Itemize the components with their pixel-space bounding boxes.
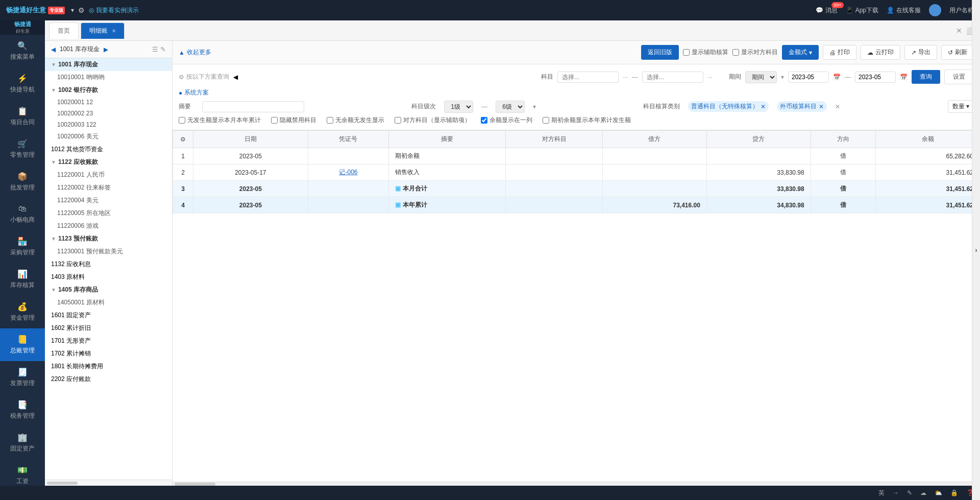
tree-node-10020003[interactable]: 10020003 122: [45, 119, 172, 130]
status-lock[interactable]: 🔒: [950, 489, 958, 496]
sidebar-item-ecommerce[interactable]: 🛍 小畅电商: [0, 198, 45, 230]
period-mode-select[interactable]: 期间: [745, 71, 777, 83]
tree-node-11220006[interactable]: 11220006 游戏: [45, 220, 172, 232]
check-hide-disabled[interactable]: 隐藏禁用科目: [271, 116, 316, 125]
tree-node-1403[interactable]: 1403 原材料: [45, 271, 172, 283]
status-arrow[interactable]: →: [893, 489, 899, 496]
tree-node-10020001[interactable]: 10020001 12: [45, 97, 172, 108]
sidebar-item-purchase[interactable]: 🏪 采购管理: [0, 230, 45, 263]
check-opening-balance-input[interactable]: [543, 117, 549, 124]
col-gear[interactable]: ⚙: [173, 131, 193, 148]
tree-node-1601[interactable]: 1601 固定资产: [45, 309, 172, 322]
table-scrollbar-h[interactable]: [173, 482, 980, 486]
next-account-button[interactable]: ▶: [104, 46, 108, 53]
company-dropdown[interactable]: ▾: [71, 7, 74, 14]
tree-list-icon[interactable]: ☰: [152, 45, 158, 53]
check-no-balance[interactable]: 无发生额显示本月本年累计: [179, 116, 261, 125]
tree-node-1002[interactable]: ▼ 1002 银行存款: [45, 84, 172, 97]
tree-edit-icon[interactable]: ✎: [160, 45, 166, 53]
tree-node-11220005[interactable]: 11220005 所在地区: [45, 207, 172, 220]
status-cloud[interactable]: ☁: [920, 489, 926, 496]
print-button[interactable]: 🖨 打印: [823, 45, 856, 60]
tree-scrollbar[interactable]: [45, 480, 172, 486]
subject-level-end-select[interactable]: 6级: [496, 101, 525, 113]
quantity-button[interactable]: 数量 ▾: [948, 100, 974, 113]
format-button[interactable]: 金额式 ▾: [782, 45, 819, 60]
tree-node-1132[interactable]: 1132 应收利息: [45, 258, 172, 271]
expand-filter-button[interactable]: ▲ 收起更多: [179, 48, 211, 57]
check-opposite-input[interactable]: [395, 117, 401, 124]
tree-node-1001[interactable]: ▼ 1001 库存现金: [45, 58, 172, 71]
tree-node-14050001[interactable]: 14050001 原材料: [45, 296, 172, 309]
prev-account-button[interactable]: ◀: [51, 46, 56, 53]
filter-tag-normal-close[interactable]: ✕: [761, 103, 766, 110]
app-download-button[interactable]: 📱 App下载: [846, 6, 878, 15]
check-hide-disabled-input[interactable]: [271, 117, 278, 124]
tab-detail[interactable]: 明细账 ✕: [81, 22, 125, 39]
gear-icon[interactable]: ⚙: [180, 136, 186, 143]
period-end-input[interactable]: [855, 72, 896, 83]
sidebar-item-project[interactable]: 📋 项目合同: [0, 100, 45, 133]
tree-node-11220004[interactable]: 11220004 美元: [45, 194, 172, 207]
tree-node-2202[interactable]: 2202 应付账款: [45, 373, 172, 386]
subject-input-end[interactable]: [642, 72, 703, 83]
status-cloud2[interactable]: ⛅: [935, 489, 942, 496]
demo-link[interactable]: ◎ 我要看实例演示: [89, 6, 139, 15]
sidebar-item-invoice[interactable]: 🧾 发票管理: [0, 361, 45, 394]
tree-node-1801[interactable]: 1801 长期待摊费用: [45, 360, 172, 373]
tree-node-1702[interactable]: 1702 累计摊销: [45, 347, 172, 360]
return-old-button[interactable]: 返回旧版: [641, 45, 679, 60]
sidebar-item-general[interactable]: 📒 总账管理: [0, 328, 45, 361]
check-no-balance-show-input[interactable]: [327, 117, 333, 124]
tree-node-1405[interactable]: ▼ 1405 库存商品: [45, 283, 172, 296]
status-lang[interactable]: 英: [878, 489, 885, 497]
check-no-balance-input[interactable]: [179, 117, 185, 124]
status-edit[interactable]: ✎: [907, 489, 912, 496]
show-opposite-input[interactable]: [732, 49, 739, 56]
right-collapse-toggle[interactable]: ›: [972, 41, 980, 486]
show-assist-checkbox[interactable]: 显示辅助核算: [683, 48, 728, 57]
tree-node-1602[interactable]: 1602 累计折旧: [45, 322, 172, 335]
tree-node-1123[interactable]: ▼ 1123 预付账款: [45, 232, 172, 245]
calendar-end-icon[interactable]: 📅: [900, 74, 908, 81]
filter-collapse-arrow[interactable]: ◀: [233, 74, 238, 81]
sidebar-item-tax[interactable]: 📑 税务管理: [0, 394, 45, 426]
sidebar-item-salary[interactable]: 💵 工资: [0, 459, 45, 486]
calendar-start-icon[interactable]: 📅: [833, 74, 841, 81]
check-opposite[interactable]: 对方科目（显示辅助项）: [395, 116, 471, 125]
online-service-button[interactable]: 👤 在线客服: [887, 6, 921, 15]
tree-node-11230001[interactable]: 11230001 预付账款美元: [45, 245, 172, 258]
check-opening-balance[interactable]: 期初余额显示本年累计发生额: [543, 116, 631, 125]
message-button[interactable]: 💬 消息 99+: [816, 6, 838, 15]
tree-node-10020002[interactable]: 10020002 23: [45, 108, 172, 119]
check-balance-one-col-input[interactable]: [481, 117, 487, 124]
export-button[interactable]: ↗ 导出: [904, 45, 937, 60]
window-close-button[interactable]: ✕: [955, 27, 963, 35]
filter-tag-foreign-close[interactable]: ✕: [819, 103, 824, 110]
check-no-balance-show[interactable]: 无余额无发生显示: [327, 116, 384, 125]
check-balance-one-col[interactable]: 余额显示在一列: [481, 116, 532, 125]
scrollbar-thumb[interactable]: [175, 483, 215, 486]
tree-node-10020006[interactable]: 10020006 美元: [45, 130, 172, 143]
voucher-link[interactable]: 记-006: [339, 169, 357, 176]
subject-input[interactable]: [557, 72, 619, 83]
tab-close-icon[interactable]: ✕: [112, 28, 116, 34]
period-start-input[interactable]: [788, 72, 829, 83]
row-voucher[interactable]: 记-006: [308, 164, 389, 181]
sidebar-item-capital[interactable]: 💰 资金管理: [0, 296, 45, 328]
settings-button[interactable]: 设置: [944, 69, 974, 84]
sidebar-item-quick[interactable]: ⚡ 快捷导航: [0, 67, 45, 100]
settings-icon[interactable]: ⚙: [78, 6, 85, 14]
show-opposite-checkbox[interactable]: 显示对方科目: [732, 48, 778, 57]
tab-home[interactable]: 首页: [49, 22, 79, 39]
sidebar-item-retail[interactable]: 🛒 零售管理: [0, 133, 45, 165]
tree-node-10010001[interactable]: 10010001 哟哟哟: [45, 71, 172, 84]
refresh-button[interactable]: ↺ 刷新: [941, 45, 974, 60]
tree-node-11220001[interactable]: 11220001 人民币: [45, 169, 172, 181]
summary-input[interactable]: [202, 101, 304, 112]
query-button[interactable]: 查询: [912, 70, 940, 84]
subject-level-start-select[interactable]: 1级: [444, 101, 473, 113]
tree-node-1701[interactable]: 1701 无形资产: [45, 335, 172, 347]
sidebar-item-asset[interactable]: 🏢 固定资产: [0, 426, 45, 459]
tree-node-1012[interactable]: 1012 其他货币资金: [45, 143, 172, 156]
